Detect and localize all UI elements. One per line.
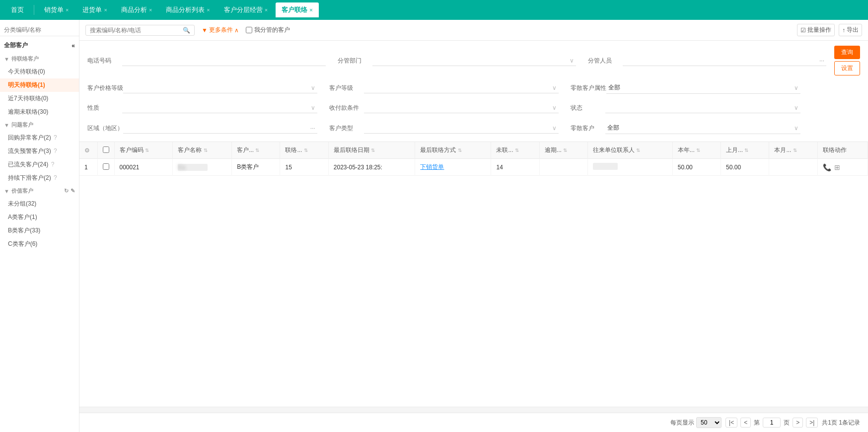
th-this-year[interactable]: 本年... ⇅ (672, 142, 721, 159)
sidebar-item-churned[interactable]: 已流失客户(24) ? (0, 158, 79, 171)
filter-customer-grade-select[interactable]: ∨ (364, 83, 559, 93)
search-icon[interactable]: 🔍 (183, 27, 190, 34)
th-type[interactable]: 客户... ⇅ (232, 142, 280, 159)
main-search-input[interactable] (90, 27, 181, 34)
data-table-container: ⚙ 客户编码 ⇅ 客户名称 ⇅ (79, 142, 868, 407)
nav-tab-customer-layered[interactable]: 客户分层经营 × (218, 2, 274, 17)
sort-icon8: ⇅ (563, 147, 567, 153)
batch-op-button[interactable]: ☑ 批量操作 (797, 24, 835, 36)
collapse-icon[interactable]: « (72, 42, 75, 49)
th-this-month[interactable]: 本月... ⇅ (769, 142, 817, 159)
th-last-contact-method[interactable]: 最后联络方式 ⇅ (415, 142, 491, 159)
first-page-button[interactable]: |< (725, 418, 737, 428)
sidebar-item-churn-warning[interactable]: 流失预警客户(3) ? (0, 144, 79, 158)
filter-nature-select[interactable]: ∨ (122, 103, 317, 113)
edit-icon[interactable]: ✎ (71, 188, 75, 194)
prev-page-button[interactable]: < (740, 418, 751, 428)
next-page-button[interactable]: > (793, 418, 803, 428)
contact-method-link[interactable]: 下销货单 (420, 163, 444, 170)
settings-gear-icon[interactable]: ⚙ (84, 147, 90, 154)
nav-tab-purchase[interactable]: 进货单 × (76, 2, 113, 17)
nav-tab-product-analysis-list[interactable]: 商品分析列表 × (160, 2, 216, 17)
qrcode-icon[interactable]: ⊞ (834, 163, 840, 171)
ellipsis-icon2[interactable]: ··· (310, 125, 315, 132)
sidebar-item-class-b[interactable]: B类客户(33) (0, 224, 79, 237)
filter-price-grade-select[interactable]: ∨ (123, 83, 317, 93)
phone-icon[interactable]: 📞 (823, 163, 831, 171)
sidebar-search-input[interactable] (4, 26, 78, 33)
sidebar-group-pending: ▼ 待联络客户 (0, 53, 79, 65)
nav-close-product-analysis[interactable]: × (149, 7, 152, 13)
nav-close-customer-layered[interactable]: × (265, 7, 268, 13)
toolbar-right: ☑ 批量操作 ↑ 导出 (797, 24, 862, 36)
sidebar-item-overdue[interactable]: 逾期未联络(30) (0, 105, 79, 119)
export-button[interactable]: ↑ 导出 (839, 24, 862, 36)
more-filter-button[interactable]: ▼ 更多条件 ∧ (199, 24, 242, 36)
cell-actions: 📞 ⊞ (817, 159, 868, 176)
filter-payment-select[interactable]: ∨ (364, 103, 559, 113)
sidebar-all-customers[interactable]: 全部客户 « (0, 38, 79, 53)
sort-icon: ⇅ (145, 147, 149, 153)
filter-phone-input[interactable] (122, 56, 326, 66)
sidebar-item-today[interactable]: 今天待联络(0) (0, 65, 79, 78)
last-page-button[interactable]: >| (806, 418, 818, 428)
nav-tab-product-analysis[interactable]: 商品分析 × (115, 2, 158, 17)
page-size-select[interactable]: 10 20 50 100 (696, 417, 722, 428)
th-name[interactable]: 客户名称 ⇅ (173, 142, 232, 159)
cell-this-month (769, 159, 817, 176)
nav-tab-sales[interactable]: 销货单 × (38, 2, 74, 17)
sidebar-item-ungrouped[interactable]: 未分组(32) (0, 197, 79, 211)
sidebar-item-tomorrow[interactable]: 明天待联络(1) (0, 78, 79, 92)
filter-label-status: 状态 (571, 104, 605, 112)
th-seq: ⚙ (79, 142, 97, 159)
filter-label-person: 分管人员 (588, 57, 623, 65)
filter-label-scatter: 零散客户 (571, 124, 605, 133)
filter-label-payment: 收付款条件 (329, 104, 364, 112)
setting-button[interactable]: 设置 (834, 61, 860, 75)
filter-customer-type-select[interactable]: ∨ (364, 123, 559, 134)
customer-table: ⚙ 客户编码 ⇅ 客户名称 ⇅ (79, 142, 868, 176)
sidebar-item-abnormal-repurchase[interactable]: 回购异常客户(2) ? (0, 131, 79, 144)
my-customer-checkbox[interactable] (246, 27, 252, 33)
nav-close-product-list[interactable]: × (207, 7, 210, 13)
nav-home[interactable]: 首页 (5, 2, 30, 17)
sidebar: 🔍 全部客户 « ▼ 待联络客户 今天待联络(0) 明天待联络(1) 近7天待联… (0, 20, 79, 432)
nav-close-purchase[interactable]: × (104, 7, 107, 13)
my-customer-checkbox-label[interactable]: 我分管的客户 (246, 26, 290, 34)
help-icon4: ? (54, 174, 57, 181)
th-unit-contact[interactable]: 往来单位联系人 ⇅ (588, 142, 673, 159)
th-not-contact[interactable]: 未联... ⇅ (491, 142, 539, 159)
h-scrollbar[interactable] (79, 407, 868, 413)
page-number-input[interactable] (763, 418, 781, 428)
sidebar-item-7days[interactable]: 近7天待联络(0) (0, 92, 79, 105)
th-actions: 联络动作 (817, 142, 868, 159)
nav-close-customer-contact[interactable]: × (309, 7, 312, 13)
table-header-row: ⚙ 客户编码 ⇅ 客户名称 ⇅ (79, 142, 868, 159)
th-last-month[interactable]: 上月... ⇅ (721, 142, 769, 159)
refresh-icon[interactable]: ↻ (64, 188, 69, 194)
sort-icon5: ⇅ (371, 147, 375, 153)
query-button[interactable]: 查询 (834, 46, 860, 59)
th-contact[interactable]: 联络... ⇅ (280, 142, 328, 159)
triangle-icon3: ▼ (4, 188, 9, 194)
th-overdue[interactable]: 逾期... ⇅ (539, 142, 587, 159)
filter-status-select[interactable]: ∨ (605, 103, 800, 113)
sidebar-item-class-a[interactable]: A类客户(1) (0, 211, 79, 224)
select-all-checkbox[interactable] (103, 146, 109, 153)
nav-close-sales[interactable]: × (66, 7, 69, 13)
th-code[interactable]: 客户编码 ⇅ (114, 142, 173, 159)
row-checkbox[interactable] (103, 163, 109, 170)
cell-overdue (539, 159, 587, 176)
nav-tab-customer-contact[interactable]: 客户联络 × (276, 2, 318, 17)
ellipsis-icon[interactable]: ··· (819, 57, 824, 64)
cell-checkbox (97, 159, 114, 176)
main-layout: 🔍 全部客户 « ▼ 待联络客户 今天待联络(0) 明天待联络(1) 近7天待联… (0, 20, 868, 432)
sidebar-item-class-c[interactable]: C类客户(6) (0, 237, 79, 251)
th-last-contact-date[interactable]: 最后联络日期 ⇅ (328, 142, 415, 159)
filter-scatter-attr-select[interactable]: 全部 ∨ (606, 82, 800, 94)
footer: 每页显示 10 20 50 100 |< < 第 页 > >| 共1页 1条记录 (79, 413, 868, 432)
sort-icon9: ⇅ (636, 147, 640, 153)
filter-scatter-select[interactable]: 全部 ∨ (605, 122, 800, 134)
sidebar-item-continuous-decline[interactable]: 持续下滑客户(2) ? (0, 171, 79, 185)
filter-dept-select[interactable]: ∨ (372, 56, 576, 66)
